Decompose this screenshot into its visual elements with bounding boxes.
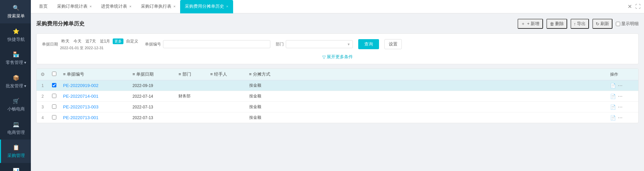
add-button[interactable]: ＋ + 新增 [518,19,543,29]
row-billno-link[interactable]: PE-20220919-002 [63,83,99,88]
date-custom[interactable]: 自定义 [125,38,140,45]
tab-purchase-exec-close[interactable]: × [173,4,175,8]
date-shortcuts: 昨天 今天 近7天 近1月 更多 自定义 2022-01-01 至 2022-1… [60,38,140,51]
row-actions: 📄 ⋯ [610,115,635,120]
close-all-tabs-icon[interactable]: ✕ [628,3,632,10]
row-billno-link[interactable]: PE-20220713-003 [63,104,99,109]
date-yesterday[interactable]: 昨天 [60,38,71,45]
sidebar-item-quicknav[interactable]: ⭐ 快捷导航 [0,23,31,47]
billno-input[interactable] [163,40,270,48]
dept-select[interactable] [286,40,353,48]
col-splitmethod-label: ≡ 分摊方式 [249,72,270,77]
row-checkbox-cell [49,91,60,102]
query-button[interactable]: 查询 [358,39,379,49]
filter-billno: 单据编号 [145,40,270,48]
tab-purchase-exec[interactable]: 采购订单执行表 × [136,0,180,13]
row-edit-icon[interactable]: 📄 [610,83,616,88]
row-dept-cell: 财务部 [175,91,207,102]
sidebar-item-label: 小畅电商 [7,106,25,111]
select-all-checkbox[interactable] [52,72,56,76]
row-more-icon[interactable]: ⋯ [618,94,623,99]
col-date: ≡ 单据日期 [129,69,175,80]
row-num-cell: 2 [37,91,49,102]
sidebar-item-wholesale[interactable]: 📦 批发管理 ▾ [0,70,31,93]
row-num-cell: 4 [37,112,49,123]
show-summary-checkbox[interactable] [616,22,620,26]
row-checkbox[interactable] [52,104,56,109]
sidebar-item-label: 电商管理 [7,130,25,135]
sidebar-item-label: 快捷导航 [7,37,25,42]
sidebar-item-search[interactable]: 🔍 搜索菜单 [0,0,31,23]
row-edit-icon[interactable]: 📄 [610,115,616,120]
fullscreen-icon[interactable]: ⛶ [635,4,641,10]
row-actions: 📄 ⋯ [610,104,635,110]
show-summary-toggle[interactable]: 显示明细 [616,21,639,27]
col-handler-label: ≡ 经手人 [210,72,227,77]
quicknav-icon: ⭐ [1,27,31,35]
settings-button[interactable]: 设置 [384,39,402,49]
sidebar-item-ecom-small[interactable]: 🛒 小畅电商 [0,93,31,116]
sidebar-item-purchase[interactable]: 📋 采购管理 [0,140,31,163]
tab-purchase-stats-label: 采购订单统计表 [57,3,88,9]
row-dept-cell [175,112,207,123]
gear-icon[interactable]: ⚙ [41,72,45,77]
date-more[interactable]: 更多 [113,38,123,44]
dept-select-wrapper [286,40,353,48]
row-action-cell: 📄 ⋯ [607,80,638,91]
sidebar-item-ecom[interactable]: 💻 电商管理 [0,116,31,140]
row-action-cell: 📄 ⋯ [607,112,638,123]
delete-button[interactable]: 🗑 删除 [546,19,567,29]
expand-filter-btn[interactable]: ▽ 展开更多条件 [322,54,353,60]
row-edit-icon[interactable]: 📄 [610,104,616,110]
row-handler-cell [207,112,246,123]
row-edit-icon[interactable]: 📄 [610,94,616,99]
row-date-cell: 2022-07-13 [129,112,175,123]
filter-date: 单据日期 昨天 今天 近7天 近1月 更多 自定义 2022-01-01 至 2… [42,38,140,51]
tab-cost-history[interactable]: 采购费用分摊单历史 × [180,0,233,13]
col-handler: ≡ 经手人 [207,69,246,80]
row-billno-cell: PE-20220714-001 [60,91,129,102]
row-splitmethod-cell: 按金额 [246,80,607,91]
col-dept-label: ≡ 部门 [178,72,191,77]
expand-filter-label: 展开更多条件 [327,54,353,60]
table-row: 3 PE-20220713-003 2022-07-13 按金额 📄 ⋯ [37,102,638,112]
table-row: 1 PE-20220919-002 2022-09-19 按金额 📄 ⋯ [37,80,638,91]
tab-home[interactable]: 首页 [34,0,52,13]
row-billno-link[interactable]: PE-20220714-001 [63,94,99,99]
row-billno-link[interactable]: PE-20220713-001 [63,115,99,120]
sidebar-item-label: 搜索菜单 [7,13,25,18]
sidebar-item-label: 批发管理 [6,83,23,88]
date-7days[interactable]: 近7天 [84,38,97,45]
tab-bar-actions: ✕ ⛶ [628,3,641,10]
col-splitmethod: ≡ 分摊方式 [246,69,607,80]
row-checkbox[interactable] [52,115,56,119]
row-checkbox[interactable] [52,83,56,87]
sidebar-item-retail[interactable]: 🏪 零售管理 ▾ [0,47,31,70]
row-dept-cell [175,102,207,112]
sidebar-item-label: 采购管理 [7,153,25,158]
page-title: 采购费用分摊单历史 [36,20,85,27]
export-button[interactable]: ↑ 导出 [571,19,589,29]
sidebar-item-inventory[interactable]: 📊 库存核算 [0,163,31,171]
tab-incoming-stats[interactable]: 进货单统计表 × [96,0,136,13]
export-label: 导出 [577,21,586,27]
tab-purchase-stats-close[interactable]: × [90,4,92,8]
tab-purchase-exec-label: 采购订单执行表 [141,3,171,9]
dept-filter-label: 部门 [276,41,284,47]
row-more-icon[interactable]: ⋯ [618,83,623,88]
date-1month[interactable]: 近1月 [99,38,112,45]
refresh-button[interactable]: ↻ 刷新 [592,19,612,29]
tab-incoming-stats-close[interactable]: × [129,4,131,8]
refresh-label: 刷新 [600,21,609,27]
tab-purchase-stats[interactable]: 采购订单统计表 × [52,0,96,13]
row-num-cell: 3 [37,102,49,112]
sidebar-item-label: 零售管理 [6,60,23,65]
retail-icon: 🏪 [1,51,31,59]
show-summary-label-text: 显示明细 [621,21,639,27]
date-today[interactable]: 今天 [72,38,83,45]
tab-cost-history-close[interactable]: × [226,4,228,8]
row-actions: 📄 ⋯ [610,94,635,99]
row-more-icon[interactable]: ⋯ [618,104,623,110]
row-more-icon[interactable]: ⋯ [618,115,623,120]
row-checkbox[interactable] [52,94,56,98]
